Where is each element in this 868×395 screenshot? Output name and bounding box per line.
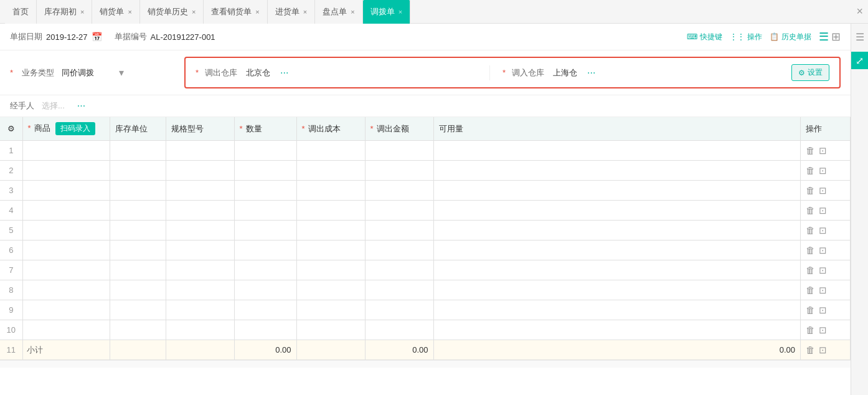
row-product-cell[interactable] — [22, 181, 110, 201]
row-qty-cell[interactable] — [234, 161, 296, 181]
row-cost-cell[interactable] — [296, 221, 365, 240]
warehouse-out-more-button[interactable]: ··· — [280, 67, 288, 79]
row-qty-cell[interactable] — [234, 280, 296, 300]
calendar-icon[interactable]: 📅 — [92, 32, 102, 42]
row-spec-cell[interactable] — [166, 320, 234, 340]
row-available-cell[interactable] — [433, 201, 801, 221]
row-qty-cell[interactable] — [234, 300, 296, 320]
row-qty-cell[interactable] — [234, 201, 296, 221]
row-delete-icon[interactable]: 🗑 — [806, 285, 815, 295]
business-type-dropdown-icon[interactable]: ▾ — [119, 67, 124, 79]
row-unit-cell[interactable] — [110, 280, 166, 300]
row-cost-cell[interactable] — [296, 300, 365, 320]
row-product-cell[interactable] — [22, 260, 110, 280]
row-delete-icon[interactable]: 🗑 — [806, 185, 815, 196]
tab-sales-order[interactable]: 销货单 × — [92, 0, 139, 24]
tab-purchase-order[interactable]: 进货单 × — [268, 0, 315, 24]
row-cost-cell[interactable] — [296, 280, 365, 300]
tab-check-sales[interactable]: 查看销货单 × — [204, 0, 267, 24]
handler-more-button[interactable]: ··· — [77, 100, 85, 112]
row-product-cell[interactable] — [22, 240, 110, 260]
row-available-cell[interactable] — [433, 280, 801, 300]
row-product-cell[interactable] — [22, 221, 110, 240]
row-spec-cell[interactable] — [166, 300, 234, 320]
row-amount-cell[interactable] — [365, 260, 433, 280]
row-available-cell[interactable] — [433, 300, 801, 320]
warehouse-out-value[interactable]: 北京仓 — [246, 67, 270, 79]
row-cost-cell[interactable] — [296, 141, 365, 161]
warehouse-in-value[interactable]: 上海仓 — [553, 67, 577, 79]
tab-inventory-init[interactable]: 库存期初 × — [37, 0, 92, 24]
row-cost-cell[interactable] — [296, 201, 365, 221]
history-button[interactable]: 📋 历史单据 — [770, 32, 811, 42]
row-spec-cell[interactable] — [166, 260, 234, 280]
row-amount-cell[interactable] — [365, 141, 433, 161]
close-purchase-order[interactable]: × — [303, 8, 307, 16]
scan-barcode-button[interactable]: 扫码录入 — [55, 122, 95, 135]
row-copy-icon[interactable]: ⊡ — [819, 245, 827, 256]
operations-button[interactable]: ⋮⋮ 操作 — [730, 32, 762, 42]
row-amount-cell[interactable] — [365, 201, 433, 221]
setting-button[interactable]: ⚙ 设置 — [791, 64, 829, 81]
row-amount-cell[interactable] — [365, 320, 433, 340]
row-delete-icon[interactable]: 🗑 — [806, 225, 815, 236]
row-qty-cell[interactable] — [234, 260, 296, 280]
row-available-cell[interactable] — [433, 260, 801, 280]
row-qty-cell[interactable] — [234, 141, 296, 161]
row-copy-icon[interactable]: ⊡ — [819, 165, 827, 176]
layout-list-icon[interactable]: ☰ — [819, 30, 829, 44]
row-qty-cell[interactable] — [234, 221, 296, 240]
horizontal-scrollbar[interactable] — [0, 360, 851, 368]
row-copy-icon[interactable]: ⊡ — [819, 145, 827, 156]
close-sales-history[interactable]: × — [192, 8, 196, 16]
row-spec-cell[interactable] — [166, 201, 234, 221]
row-delete-icon[interactable]: 🗑 — [806, 325, 815, 335]
row-unit-cell[interactable] — [110, 141, 166, 161]
row-qty-cell[interactable] — [234, 320, 296, 340]
warehouse-in-more-button[interactable]: ··· — [587, 67, 595, 79]
row-amount-cell[interactable] — [365, 240, 433, 260]
row-spec-cell[interactable] — [166, 141, 234, 161]
tab-sales-history[interactable]: 销货单历史 × — [140, 0, 204, 24]
row-cost-cell[interactable] — [296, 320, 365, 340]
sidebar-list-icon[interactable]: ☰ — [853, 29, 867, 45]
row-available-cell[interactable] — [433, 320, 801, 340]
tab-transfer-order[interactable]: 调拨单 × — [363, 0, 410, 24]
tab-inventory-check[interactable]: 盘点单 × — [315, 0, 362, 24]
row-copy-icon[interactable]: ⊡ — [819, 205, 827, 216]
row-amount-cell[interactable] — [365, 300, 433, 320]
row-unit-cell[interactable] — [110, 161, 166, 181]
row-spec-cell[interactable] — [166, 161, 234, 181]
layout-grid-icon[interactable]: ⊞ — [831, 30, 841, 44]
window-close-button[interactable]: × — [856, 5, 863, 18]
row-available-cell[interactable] — [433, 221, 801, 240]
row-product-cell[interactable] — [22, 161, 110, 181]
row-available-cell[interactable] — [433, 240, 801, 260]
row-spec-cell[interactable] — [166, 221, 234, 240]
row-product-cell[interactable] — [22, 280, 110, 300]
row-copy-icon[interactable]: ⊡ — [819, 225, 827, 236]
shortcuts-button[interactable]: ⌨ 快捷键 — [687, 32, 722, 42]
date-value[interactable]: 2019-12-27 — [46, 32, 88, 42]
row-available-cell[interactable] — [433, 181, 801, 201]
row-delete-icon[interactable]: 🗑 — [806, 165, 815, 176]
row-copy-icon[interactable]: ⊡ — [819, 345, 827, 356]
row-delete-icon[interactable]: 🗑 — [806, 305, 815, 315]
row-copy-icon[interactable]: ⊡ — [819, 325, 827, 336]
row-copy-icon[interactable]: ⊡ — [819, 185, 827, 196]
row-unit-cell[interactable] — [110, 260, 166, 280]
close-inventory-init[interactable]: × — [80, 8, 84, 16]
row-cost-cell[interactable] — [296, 181, 365, 201]
row-spec-cell[interactable] — [166, 280, 234, 300]
row-delete-icon[interactable]: 🗑 — [806, 145, 815, 156]
row-cost-cell[interactable] — [296, 240, 365, 260]
row-unit-cell[interactable] — [110, 181, 166, 201]
row-unit-cell[interactable] — [110, 320, 166, 340]
row-amount-cell[interactable] — [365, 280, 433, 300]
row-copy-icon[interactable]: ⊡ — [819, 305, 827, 316]
row-amount-cell[interactable] — [365, 161, 433, 181]
row-cost-cell[interactable] — [296, 260, 365, 280]
row-unit-cell[interactable] — [110, 300, 166, 320]
row-cost-cell[interactable] — [296, 161, 365, 181]
row-available-cell[interactable] — [433, 141, 801, 161]
